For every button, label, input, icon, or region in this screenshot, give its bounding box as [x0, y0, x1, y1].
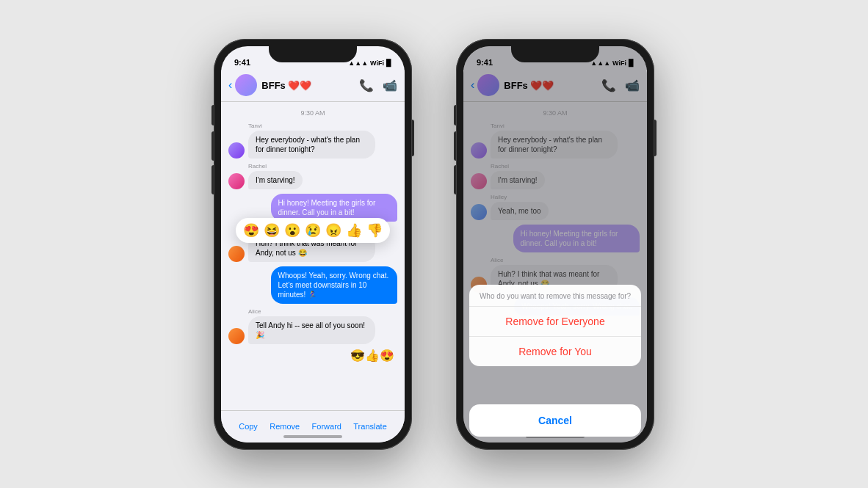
emoji-laugh[interactable]: 😆	[264, 222, 280, 238]
sticker: 😎👍😍	[350, 349, 394, 363]
back-button-left[interactable]: ‹	[228, 79, 232, 92]
avatar-tanvi	[228, 142, 245, 159]
emoji-thumbsdown[interactable]: 👎	[366, 222, 383, 238]
chat-area-left: 9:30 AM Tanvi Hey everybody - what's the…	[221, 102, 405, 410]
avatar-left	[235, 74, 257, 96]
message-row: Rachel I'm starving!	[228, 163, 397, 189]
bubble: Tell Andy hi -- see all of you soon! 🎉	[248, 316, 375, 344]
notch-right	[511, 46, 599, 62]
home-bar-left	[283, 435, 342, 438]
action-remove[interactable]: Remove	[270, 422, 300, 431]
phone-right-screen: 9:41 ▲▲▲ WiFi ▉ ‹ BFFs ❤️❤️ 📞 📹	[463, 46, 647, 443]
message-row: Whoops! Yeah, sorry. Wrong chat. Let's m…	[228, 266, 397, 304]
sender-name: Alice	[248, 308, 375, 315]
avatar-alice	[228, 246, 245, 262]
sender-name: Rachel	[248, 163, 303, 170]
bubble: Hey everybody - what's the plan for dinn…	[248, 131, 375, 159]
avatar-alice2	[228, 328, 245, 344]
wifi-icon-left: WiFi	[370, 59, 384, 67]
emoji-thumbsup[interactable]: 👍	[346, 222, 362, 238]
bubble: I'm starving!	[248, 171, 303, 189]
remove-everyone-button[interactable]: Remove for Everyone	[469, 307, 641, 337]
timestamp-left: 9:30 AM	[228, 109, 397, 117]
signal-icon-left: ▲▲▲	[348, 59, 368, 67]
emoji-wow[interactable]: 😮	[284, 222, 300, 238]
notch-left	[269, 46, 357, 62]
phone-left: 9:41 ▲▲▲ WiFi ▉ ‹ BFFs ❤️❤️ 📞 📹	[214, 39, 412, 450]
emoji-reaction-bar[interactable]: 😍 😆 😮 😢 😠 👍 👎	[236, 218, 390, 243]
video-icon-left[interactable]: 📹	[383, 79, 397, 92]
action-forward[interactable]: Forward	[312, 422, 341, 431]
bubble: Whoops! Yeah, sorry. Wrong chat. Let's m…	[271, 266, 398, 304]
msg-content: Alice Tell Andy hi -- see all of you soo…	[248, 308, 375, 344]
sender-name: Tanvi	[248, 123, 375, 129]
action-copy[interactable]: Copy	[239, 422, 258, 431]
battery-icon-left: ▉	[386, 59, 391, 67]
sticker-row: 😎👍😍	[228, 349, 397, 363]
nav-bar-left: ‹ BFFs ❤️❤️ 📞 📹	[221, 70, 405, 102]
phone-left-screen: 9:41 ▲▲▲ WiFi ▉ ‹ BFFs ❤️❤️ 📞 📹	[221, 46, 405, 443]
phone-icon-left[interactable]: 📞	[359, 79, 374, 92]
emoji-sad[interactable]: 😢	[305, 222, 321, 238]
msg-content: Rachel I'm starving!	[248, 163, 303, 189]
nav-actions-left: 📞 📹	[359, 79, 397, 92]
emoji-love[interactable]: 😍	[243, 222, 259, 238]
context-menu: Who do you want to remove this message f…	[469, 285, 641, 366]
msg-content: Tanvi Hey everybody - what's the plan fo…	[248, 123, 375, 159]
context-overlay: Who do you want to remove this message f…	[463, 46, 647, 443]
nav-title-left: BFFs ❤️❤️	[261, 80, 359, 91]
remove-for-you-button[interactable]: Remove for You	[469, 337, 641, 366]
phones-container: 9:41 ▲▲▲ WiFi ▉ ‹ BFFs ❤️❤️ 📞 📹	[214, 39, 654, 450]
status-icons-left: ▲▲▲ WiFi ▉	[348, 59, 391, 67]
action-translate[interactable]: Translate	[353, 422, 386, 431]
cancel-button[interactable]: Cancel	[469, 404, 641, 437]
msg-content: Whoops! Yeah, sorry. Wrong chat. Let's m…	[271, 266, 398, 304]
message-row: Alice Tell Andy hi -- see all of you soo…	[228, 308, 397, 344]
message-row: Tanvi Hey everybody - what's the plan fo…	[228, 123, 397, 159]
time-left: 9:41	[234, 58, 250, 67]
emoji-angry[interactable]: 😠	[325, 222, 341, 238]
context-title: Who do you want to remove this message f…	[469, 285, 641, 307]
avatar-rachel	[228, 173, 245, 189]
phone-right: 9:41 ▲▲▲ WiFi ▉ ‹ BFFs ❤️❤️ 📞 📹	[456, 39, 654, 450]
